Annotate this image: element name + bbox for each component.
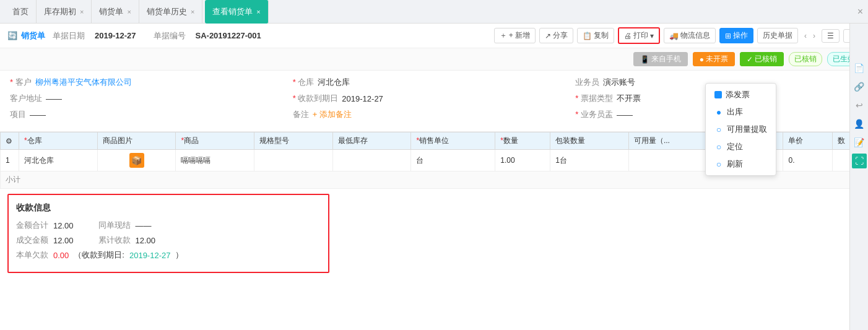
- payment-row-2: 成交金额 12.00 累计收款 12.00: [16, 235, 321, 246]
- document-header: 🔄 销货单 单据日期 2019-12-27 单据编号 SA-20191227-0…: [0, 24, 868, 48]
- row-unit-price: 0.: [783, 150, 833, 172]
- dropdown-outbound[interactable]: ● 出库: [706, 103, 776, 121]
- phone-icon: 📱: [640, 55, 649, 64]
- row-quantity: 1.00: [495, 150, 550, 172]
- total-amount-item: 金额合计 12.00: [16, 220, 74, 231]
- operations-icon: ⊞: [725, 32, 731, 40]
- main-content: 🔄 销货单 单据日期 2019-12-27 单据编号 SA-20191227-0…: [0, 24, 868, 330]
- sidebar-icon-note[interactable]: 📝: [852, 135, 867, 150]
- sidebar-icon-user[interactable]: 👤: [852, 116, 867, 131]
- history-button[interactable]: 历史单据: [757, 28, 798, 43]
- add-note-button[interactable]: 添加备注: [313, 109, 352, 120]
- col-product-image: 商品图片: [97, 132, 176, 150]
- payment-row-3: 本单欠款 0.00 （收款到期日: 2019-12-27 ）: [16, 250, 321, 261]
- customer-value[interactable]: 柳州粤港平安气体有限公司: [35, 77, 132, 88]
- arrears-item: 本单欠款 0.00 （收款到期日: 2019-12-27 ）: [16, 250, 183, 261]
- sidebar-icon-doc[interactable]: 📄: [852, 61, 867, 76]
- share-button[interactable]: ↗ 分享: [539, 28, 573, 43]
- staff2-label: 业务员盂: [575, 109, 613, 120]
- tickettype-value: 不开票: [617, 93, 641, 104]
- tab-sales-history[interactable]: 销货单历史 ×: [139, 0, 202, 24]
- tab-bar: 首页 库存期初 × 销货单 × 销货单历史 × 查看销货单 × ×: [0, 0, 868, 24]
- operations-button[interactable]: ⊞ 操作: [719, 28, 753, 43]
- project-label: 项目: [10, 109, 26, 120]
- dropdown-locate[interactable]: ○ 定位: [706, 138, 776, 155]
- global-close-button[interactable]: ×: [857, 6, 863, 17]
- tab-inventory-init[interactable]: 库存期初 ×: [37, 0, 92, 24]
- doc-icon: 🔄: [7, 31, 17, 40]
- copy-button[interactable]: 📋 复制: [577, 28, 614, 43]
- sidebar-icon-link[interactable]: 🔗: [852, 79, 867, 94]
- warehouse-field: 仓库 河北仓库: [293, 77, 576, 88]
- total-amount-label: 金额合计: [16, 220, 48, 231]
- number-value: SA-20191227-001: [196, 31, 261, 40]
- staff-label: 业务员: [575, 77, 599, 88]
- not-opened-button[interactable]: ● 未开票: [693, 52, 735, 66]
- row-sales-unit: 台: [411, 150, 495, 172]
- view-toggle-list[interactable]: ☰: [822, 29, 840, 43]
- from-phone-button[interactable]: 📱 来自手机: [633, 52, 688, 66]
- chevron-down-icon: ▾: [650, 32, 654, 40]
- due-note-prefix: （收款到期日:: [74, 250, 124, 261]
- dropdown-refresh[interactable]: ○ 刷新: [706, 155, 776, 173]
- outbound-icon: ●: [714, 108, 723, 116]
- print-button[interactable]: 🖨 打印 ▾: [618, 27, 660, 44]
- project-field: 项目 ——: [10, 109, 293, 120]
- row-index: 1: [1, 150, 19, 172]
- check-icon: ✓: [747, 55, 753, 64]
- note-label: 备注: [293, 109, 309, 120]
- copy-icon: 📋: [583, 32, 592, 40]
- toolbar-right: ＋ + 新增 ↗ 分享 📋 复制 🖨 打印 ▾ 🚚: [494, 27, 861, 44]
- col-spec: 规格型号: [254, 132, 333, 150]
- warehouse-label: 仓库: [293, 77, 315, 88]
- duedate-label: 收款到期日: [293, 93, 339, 104]
- customer-label: 客户: [10, 77, 32, 88]
- add-button[interactable]: ＋ + 新增: [494, 28, 536, 43]
- number-label: 单据编号: [154, 30, 186, 41]
- add-icon: ＋: [500, 30, 507, 41]
- prev-arrow[interactable]: ‹: [802, 30, 809, 41]
- next-arrow[interactable]: ›: [810, 30, 818, 41]
- action-bar: 📱 来自手机 ● 未开票 ✓ 已核销 已核销 已生效: [0, 48, 868, 71]
- tab-home[interactable]: 首页: [5, 0, 37, 24]
- payment-title: 收款信息: [16, 202, 321, 214]
- nav-arrows: ‹ ›: [802, 30, 818, 41]
- arrears-label: 本单欠款: [16, 250, 48, 261]
- document-title: 🔄 销货单: [7, 30, 45, 41]
- tab-view-sales-order[interactable]: 查看销货单 ×: [205, 0, 268, 24]
- row-package-qty: 1台: [550, 150, 629, 172]
- close-tab-view-sales-order[interactable]: ×: [256, 8, 260, 15]
- row-product: 嗝嗝嗝嗝: [176, 150, 254, 172]
- add-invoice-icon: [714, 91, 722, 98]
- transaction-amount-value: 12.00: [53, 236, 74, 245]
- duedate-field: 收款到期日 2019-12-27: [293, 93, 576, 104]
- tickettype-label: 票据类型: [575, 93, 613, 104]
- col-sales-unit: *销售单位: [411, 132, 495, 150]
- cumulative-receipt-item: 累计收款 12.00: [98, 235, 156, 246]
- sold-badge: 已核销: [789, 52, 822, 66]
- logistics-button[interactable]: 🚚 物流信息: [664, 28, 716, 43]
- check-button[interactable]: ✓ 已核销: [740, 52, 784, 66]
- refresh-icon: ○: [714, 160, 723, 168]
- tab-sales-order[interactable]: 销货单 ×: [92, 0, 139, 24]
- sidebar-icon-expand[interactable]: ⛶: [852, 154, 867, 168]
- close-tab-sales-history[interactable]: ×: [191, 8, 194, 15]
- due-note-suffix: ）: [175, 250, 183, 261]
- address-field: 客户地址 ——: [10, 93, 293, 104]
- sidebar-icon-return[interactable]: ↩: [852, 98, 867, 113]
- duedate-value: 2019-12-27: [342, 94, 383, 103]
- close-tab-sales-order[interactable]: ×: [127, 8, 131, 15]
- staff-value: 演示账号: [603, 77, 635, 88]
- document-meta: 单据日期 2019-12-27 单据编号 SA-20191227-001: [53, 30, 261, 41]
- due-note-date: 2019-12-27: [129, 251, 171, 260]
- customer-field: 客户 柳州粤港平安气体有限公司: [10, 77, 293, 88]
- dropdown-available-qty[interactable]: ○ 可用量提取: [706, 121, 776, 138]
- invoice-icon: ●: [700, 55, 704, 64]
- dropdown-add-invoice[interactable]: 添发票: [706, 86, 776, 103]
- date-label: 单据日期: [53, 30, 85, 41]
- date-value: 2019-12-27: [95, 31, 136, 40]
- row-min-stock: [332, 150, 411, 172]
- close-tab-inventory-init[interactable]: ×: [80, 8, 84, 15]
- col-gear: ⚙: [1, 132, 19, 150]
- right-sidebar: 📄 🔗 ↩ 👤 📝 ⛶: [849, 24, 868, 330]
